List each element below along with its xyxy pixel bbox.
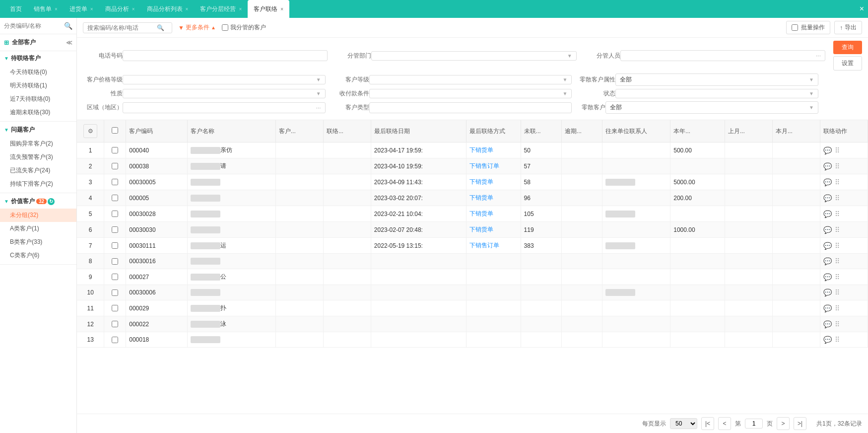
sidebar-search-icon[interactable]: 🔍 [64,22,72,30]
sidebar-group-problem[interactable]: ▼ 问题客户 [0,123,76,137]
tab-customer-contact-close[interactable]: × [280,6,283,12]
last-way-link[interactable]: 下销货单 [469,146,493,153]
cell-check[interactable] [104,206,126,222]
contact-icon[interactable]: 💬 [823,194,832,202]
tab-analysis-list[interactable]: 商品分析列表 × [141,0,195,18]
contact-icon[interactable]: 💬 [823,336,832,344]
export-button[interactable]: ↑ 导出 [834,21,862,34]
query-button[interactable]: 查询 [833,41,862,54]
sidebar-item-class-c[interactable]: C类客户(6) [0,249,76,262]
filter-search-input[interactable] [87,24,157,31]
tab-purchase[interactable]: 进货单 × [64,0,99,18]
cell-check[interactable] [104,316,126,332]
row-checkbox[interactable] [112,242,118,249]
cell-check[interactable] [104,285,126,300]
cell-check[interactable] [104,158,126,174]
more-action-icon[interactable]: ⠿ [835,336,840,344]
more-action-icon[interactable]: ⠿ [835,273,840,281]
last-way-link[interactable]: 下销货单 [469,210,493,217]
tab-customer-mgr-close[interactable]: × [239,6,242,12]
cell-check[interactable] [104,222,126,238]
my-customers-checkbox[interactable] [222,24,228,31]
row-checkbox[interactable] [112,337,118,343]
filter-dept-select[interactable]: ▼ [371,51,576,61]
more-action-icon[interactable]: ⠿ [835,226,840,234]
more-action-icon[interactable]: ⠿ [835,146,840,154]
more-action-icon[interactable]: ⠿ [835,289,840,296]
prev-page-button[interactable]: < [718,417,731,430]
more-action-icon[interactable]: ⠿ [835,210,840,218]
sidebar-item-7days[interactable]: 近7天待联络(0) [0,92,76,106]
sidebar-item-hoarding-abnormal[interactable]: 囤购异常客户(2) [0,137,76,150]
last-way-link[interactable]: 下销货单 [469,178,493,185]
cell-check[interactable] [104,238,126,254]
tab-analysis-close[interactable]: × [132,6,135,12]
batch-operations-button[interactable]: 批量操作 [786,21,830,34]
more-action-icon[interactable]: ⠿ [835,178,840,186]
more-action-icon[interactable]: ⠿ [835,194,840,202]
row-checkbox[interactable] [112,195,118,201]
sidebar-item-class-a[interactable]: A类客户(1) [0,222,76,235]
sidebar-item-ungrouped[interactable]: 未分组(32) [0,209,76,222]
sidebar-item-overdue[interactable]: 逾期未联络(30) [0,106,76,119]
filter-retail-attr-select[interactable]: 全部 ▼ [615,73,818,86]
sidebar-search-input[interactable] [4,22,64,29]
page-size-select[interactable]: 50 100 [670,418,697,429]
row-checkbox[interactable] [112,179,118,185]
tab-analysis-list-close[interactable]: × [186,6,189,12]
next-page-button[interactable]: > [777,417,790,430]
tab-sales-close[interactable]: × [55,6,58,12]
refresh-icon[interactable]: ↻ [48,198,55,205]
contact-icon[interactable]: 💬 [823,273,832,281]
filter-status-select[interactable]: ▼ [615,89,818,98]
more-action-icon[interactable]: ⠿ [835,304,840,312]
cell-check[interactable] [104,190,126,206]
select-all-checkbox[interactable] [112,127,118,134]
tab-home[interactable]: 首页 [4,0,28,18]
contact-icon[interactable]: 💬 [823,146,832,154]
sidebar-group-pending[interactable]: ▼ 待联络客户 [0,51,76,66]
tab-analysis[interactable]: 商品分析 × [99,0,141,18]
more-conditions-button[interactable]: ▼ 更多条件 ▲ [178,23,216,32]
contact-icon[interactable]: 💬 [823,304,832,312]
contact-icon[interactable]: 💬 [823,289,832,296]
sidebar-group-value[interactable]: ▼ 价值客户 32 ↻ [0,194,76,209]
tab-customer-mgr[interactable]: 客户分层经营 × [194,0,248,18]
settings-icon[interactable]: ⚙ [83,124,97,138]
sidebar-item-declining[interactable]: 持续下滑客户(2) [0,177,76,191]
filter-nature-select[interactable]: ▼ [123,89,326,98]
more-action-icon[interactable]: ⠿ [835,257,840,265]
filter-customer-level-select[interactable]: ▼ [369,75,572,84]
tab-sales[interactable]: 销售单 × [28,0,64,18]
last-way-link[interactable]: 下销货单 [469,226,493,233]
sidebar-item-tomorrow[interactable]: 明天待联络(1) [0,79,76,92]
row-checkbox[interactable] [112,147,118,153]
contact-icon[interactable]: 💬 [823,226,832,234]
row-checkbox[interactable] [112,274,118,280]
row-checkbox[interactable] [112,211,118,217]
cell-check[interactable] [104,269,126,285]
cell-check[interactable] [104,254,126,269]
sidebar-item-churn-warning[interactable]: 流失预警客户(3) [0,150,76,164]
filter-price-level-select[interactable]: ▼ [123,75,326,84]
sidebar-all-customers[interactable]: ⊞ 全部客户 ≪ [0,34,76,51]
contact-icon[interactable]: 💬 [823,242,832,250]
tab-customer-contact[interactable]: 客户联络 × [248,0,289,18]
contact-icon[interactable]: 💬 [823,162,832,170]
last-way-link[interactable]: 下销售订单 [469,242,499,249]
last-page-button[interactable]: >| [794,417,806,430]
sidebar-item-churned[interactable]: 已流失客户(24) [0,164,76,177]
filter-customer-type-input[interactable] [369,102,572,113]
contact-icon[interactable]: 💬 [823,320,832,328]
cell-check[interactable] [104,332,126,348]
page-number-input[interactable] [745,419,763,429]
row-checkbox[interactable] [112,258,118,265]
col-header-settings[interactable]: ⚙ [77,120,104,143]
batch-checkbox[interactable] [792,24,798,31]
filter-search-icon[interactable]: 🔍 [157,24,164,31]
col-header-check[interactable] [104,120,126,143]
filter-payment-select[interactable]: ▼ [369,89,572,98]
row-checkbox[interactable] [112,305,118,311]
more-action-icon[interactable]: ⠿ [835,320,840,328]
filter-manager-input[interactable]: ··· [620,50,825,61]
